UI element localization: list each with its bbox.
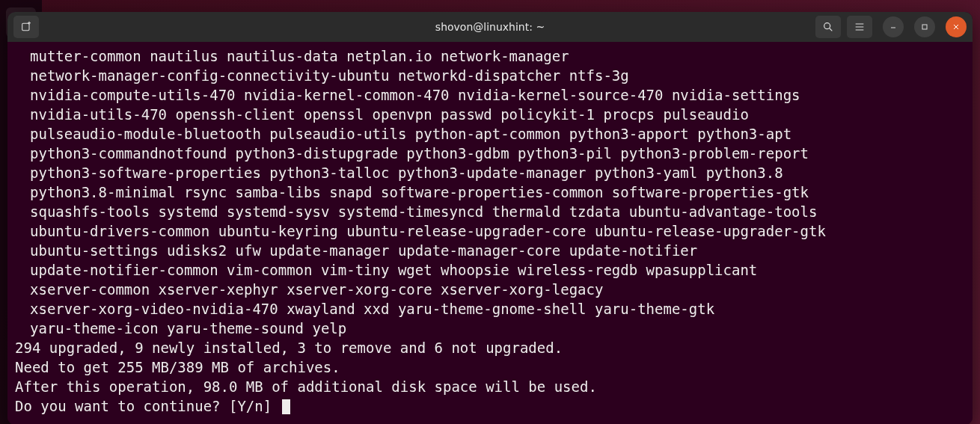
search-button[interactable] [815, 16, 841, 38]
hamburger-icon [854, 21, 866, 33]
package-list-line: python3-commandnotfound python3-distupgr… [15, 144, 965, 163]
terminal-window: shovon@linuxhint: ~ mutter-common nautil… [7, 12, 973, 424]
new-tab-icon [20, 21, 32, 33]
menu-button[interactable] [847, 16, 872, 38]
download-size-line: Need to get 255 MB/389 MB of archives. [15, 359, 340, 375]
close-button[interactable] [946, 16, 967, 37]
package-list-line: update-notifier-common vim-common vim-ti… [15, 260, 965, 280]
maximize-icon [920, 22, 929, 31]
continue-prompt: Do you want to continue? [Y/n] [15, 398, 281, 414]
package-list-line: squashfs-tools systemd systemd-sysv syst… [15, 202, 965, 221]
search-icon [822, 21, 834, 33]
package-list-line: ubuntu-drivers-common ubuntu-keyring ubu… [15, 221, 965, 241]
diskspace-line: After this operation, 98.0 MB of additio… [15, 378, 597, 395]
terminal-cursor [282, 399, 290, 414]
package-list-line: python3.8-minimal rsync samba-libs snapd… [15, 182, 965, 202]
maximize-button[interactable] [914, 16, 935, 37]
svg-line-6 [830, 28, 832, 31]
package-list-line: mutter-common nautilus nautilus-data net… [15, 46, 965, 66]
svg-rect-2 [22, 23, 29, 30]
package-list-line: network-manager-config-connectivity-ubun… [15, 66, 965, 85]
package-list-line: python3-software-properties python3-tall… [15, 163, 965, 182]
minimize-icon [889, 22, 898, 31]
close-icon [952, 22, 961, 31]
package-list-line: xserver-xorg-video-nvidia-470 xwayland x… [15, 299, 965, 319]
package-list-line: yaru-theme-icon yaru-theme-sound yelp [15, 319, 965, 338]
package-list-line: ubuntu-settings udisks2 ufw update-manag… [15, 241, 965, 260]
upgrade-summary-line: 294 upgraded, 9 newly installed, 3 to re… [15, 339, 563, 356]
new-tab-button[interactable] [13, 16, 39, 38]
package-list-line: nvidia-utils-470 openssh-client openssl … [15, 105, 965, 124]
package-list-line: nvidia-compute-utils-470 nvidia-kernel-c… [15, 85, 965, 105]
package-list-line: xserver-common xserver-xephyr xserver-xo… [15, 280, 965, 299]
terminal-output[interactable]: mutter-common nautilus nautilus-data net… [7, 42, 973, 424]
titlebar: shovon@linuxhint: ~ [7, 12, 973, 42]
minimize-button[interactable] [883, 16, 904, 37]
package-list-line: pulseaudio-module-bluetooth pulseaudio-u… [15, 124, 965, 144]
svg-rect-11 [922, 25, 927, 29]
svg-point-5 [824, 23, 830, 29]
